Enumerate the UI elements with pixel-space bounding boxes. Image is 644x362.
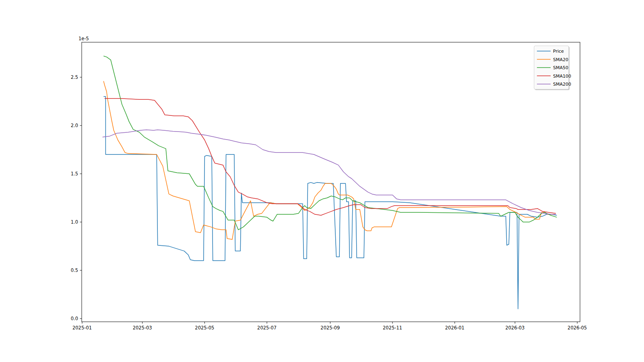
axes-box — [82, 42, 580, 322]
legend-label: SMA200 — [553, 82, 571, 87]
series-line-sma100 — [105, 99, 556, 215]
y-tick-label: 2.5 — [71, 74, 78, 80]
y-axis-ticks: 0.00.51.01.52.02.5 — [71, 74, 82, 321]
y-tick-label: 2.0 — [71, 123, 78, 128]
x-tick-label: 2026-05 — [568, 325, 587, 331]
series-line-sma20 — [103, 81, 555, 240]
series-line-price — [103, 97, 557, 309]
legend-label: Price — [553, 49, 564, 54]
x-tick-label: 2025-05 — [195, 325, 214, 331]
x-axis-ticks: 2025-012025-032025-052025-072025-092025-… — [72, 322, 587, 331]
series-line-sma200 — [103, 130, 556, 214]
x-tick-label: 2025-03 — [133, 325, 152, 331]
x-tick-label: 2025-01 — [72, 325, 92, 331]
legend: PriceSMA20SMA50SMA100SMA200 — [534, 46, 571, 90]
series-line-sma50 — [103, 56, 557, 230]
y-tick-label: 0.0 — [71, 316, 78, 321]
x-tick-label: 2026-03 — [505, 325, 524, 331]
series-lines — [103, 56, 557, 309]
y-axis-offset-label: 1e-5 — [78, 36, 89, 41]
figure: 1e-5 2025-012025-032025-052025-072025-09… — [0, 0, 644, 362]
legend-label: SMA20 — [553, 57, 568, 62]
y-tick-label: 1.5 — [71, 171, 78, 177]
x-tick-label: 2025-11 — [383, 325, 402, 331]
y-tick-label: 1.0 — [71, 219, 78, 225]
x-tick-label: 2025-07 — [257, 325, 277, 331]
x-tick-label: 2025-09 — [320, 325, 340, 331]
y-tick-label: 0.5 — [71, 267, 78, 273]
x-tick-label: 2026-01 — [445, 325, 464, 331]
price-chart: 1e-5 2025-012025-032025-052025-072025-09… — [0, 0, 644, 362]
legend-label: SMA100 — [553, 74, 571, 79]
legend-label: SMA50 — [553, 65, 568, 70]
